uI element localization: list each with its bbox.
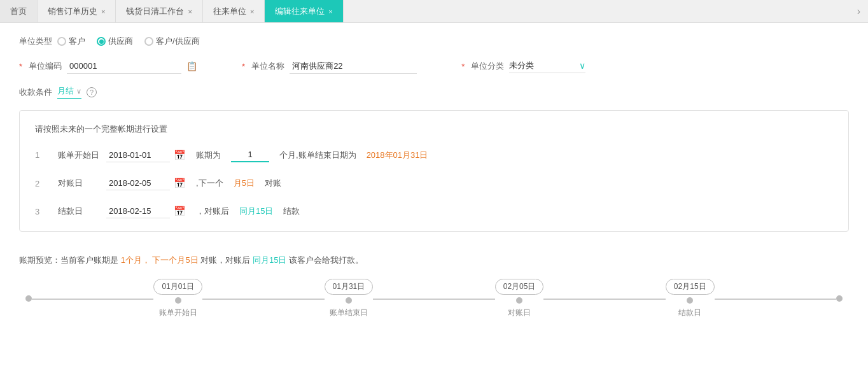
payment-condition-arrow[interactable]: ∨ — [76, 87, 81, 95]
timeline-right-dot — [836, 295, 843, 302]
tab-edit-partner-unit-close[interactable]: × — [328, 8, 332, 15]
tab-cash-work-station-label: 钱货日清工作台 — [126, 6, 184, 17]
tl-line-1 — [32, 299, 153, 300]
tl-node-3-dot — [516, 297, 522, 304]
unit-name-input[interactable] — [290, 59, 417, 74]
setting-row-2-label: 对账日 — [58, 178, 96, 189]
payment-date-group: 📅 — [106, 204, 186, 218]
tab-partner-unit-close[interactable]: × — [250, 8, 254, 15]
setting-row-3: 3 结款日 📅 ，对账后 同月15日 结款 — [35, 204, 833, 218]
preview-part3: 对账，对账后 — [200, 255, 250, 265]
tab-partner-unit[interactable]: 往来单位 × — [203, 0, 265, 22]
unit-category-label: 单位分类 — [471, 60, 504, 72]
payment-date-cal-icon[interactable]: 📅 — [174, 206, 186, 217]
payment-date-input[interactable] — [106, 204, 170, 218]
tab-partner-unit-label: 往来单位 — [213, 6, 246, 17]
radio-supplier-label: 供应商 — [108, 36, 133, 47]
unit-name-label: 单位名称 — [251, 60, 284, 72]
preview-text: 账期预览：当前客户账期是 1个月， 下一个月5日 对账，对账后 同月15日 该客… — [19, 255, 849, 266]
tl-node-4-caption: 结款日 — [678, 307, 701, 318]
radio-supplier[interactable]: 供应商 — [97, 36, 133, 47]
tab-sales-order-history[interactable]: 销售订单历史 × — [38, 0, 116, 22]
unit-category-select[interactable]: 未分类 ∨ — [509, 60, 585, 73]
start-date-group: 📅 — [106, 148, 186, 162]
start-date-input[interactable] — [106, 148, 170, 162]
unit-category-dropdown-arrow[interactable]: ∨ — [579, 60, 585, 71]
radio-customer-supplier[interactable]: 客户/供应商 — [144, 36, 200, 47]
timeline-left-dot — [25, 295, 32, 302]
tl-node-1-caption: 账单开始日 — [159, 307, 197, 318]
settings-title: 请按照未来的一个完整帐期进行设置 — [35, 123, 833, 135]
unit-category-value: 未分类 — [509, 60, 575, 71]
preview-part1: 1个月， — [121, 255, 150, 265]
tab-edit-partner-unit[interactable]: 编辑往来单位 × — [265, 0, 343, 22]
unit-category-required: * — [461, 62, 465, 71]
radio-customer-circle — [57, 37, 66, 46]
tl-line-5 — [715, 299, 836, 300]
payment-condition-select[interactable]: 月结 ∨ — [57, 85, 81, 99]
unit-code-label: 单位编码 — [29, 60, 62, 72]
tl-node-4-pill: 02月15日 — [666, 279, 715, 295]
payment-condition-row: 收款条件 月结 ∨ ? — [19, 85, 849, 99]
reconcile-date-input[interactable] — [106, 176, 170, 190]
preview-part4: 同月15日 — [253, 255, 286, 265]
tl-start-dot — [25, 295, 32, 302]
radio-customer-label: 客户 — [69, 36, 85, 47]
reconcile-date-cal-icon[interactable]: 📅 — [174, 178, 186, 189]
tl-node-2-caption: 账单结束日 — [330, 307, 368, 318]
radio-customer-supplier-label: 客户/供应商 — [156, 36, 200, 47]
setting-row-1: 1 账单开始日 📅 账期为 个月,账单结束日期为 2018年01月31日 — [35, 148, 833, 162]
preview-label: 账期预览：当前客户账期是 — [19, 255, 118, 265]
unit-name-required: * — [242, 62, 245, 71]
tl-node-4-dot — [687, 297, 693, 304]
tl-line-4 — [543, 299, 665, 300]
payment-prefix: ，对账后 — [196, 206, 229, 217]
tl-node-1: 01月01日 账单开始日 — [153, 279, 202, 318]
tab-cash-work-station[interactable]: 钱货日清工作台 × — [116, 0, 202, 22]
reconcile-suffix: 对账 — [265, 178, 281, 189]
unit-code-field: * 单位编码 📋 — [19, 59, 197, 74]
radio-customer[interactable]: 客户 — [57, 36, 85, 47]
payment-suffix: 结款 — [283, 206, 300, 217]
period-suffix: 个月,账单结束日期为 — [279, 150, 356, 161]
period-input[interactable] — [231, 148, 269, 162]
tl-node-1-pill: 01月01日 — [153, 279, 202, 295]
tl-node-4: 02月15日 结款日 — [666, 279, 715, 318]
tl-node-3-caption: 对账日 — [508, 307, 531, 318]
end-date-highlight: 2018年01月31日 — [367, 150, 428, 161]
tab-bar: 首页 销售订单历史 × 钱货日清工作台 × 往来单位 × 编辑往来单位 × › — [0, 0, 868, 23]
preview-part5: 该客户会给我打款。 — [289, 255, 363, 265]
start-date-cal-icon[interactable]: 📅 — [174, 150, 186, 161]
payment-condition-value: 月结 — [57, 85, 74, 97]
unit-type-row: 单位类型 客户 供应商 客户/供应商 — [19, 36, 849, 47]
unit-name-field: * 单位名称 — [242, 59, 417, 74]
upload-icon[interactable]: 📋 — [186, 61, 197, 71]
tl-node-2: 01月31日 账单结束日 — [325, 279, 374, 318]
tab-expand-button[interactable]: › — [850, 6, 868, 17]
tl-node-2-pill: 01月31日 — [325, 279, 374, 295]
unit-info-row: * 单位编码 📋 * 单位名称 * 单位分类 未分类 ∨ — [19, 59, 849, 74]
settings-box: 请按照未来的一个完整帐期进行设置 1 账单开始日 📅 账期为 个月,账单结束日期… — [19, 110, 849, 232]
unit-type-radio-group: 客户 供应商 客户/供应商 — [57, 36, 200, 47]
payment-condition-help[interactable]: ? — [87, 87, 97, 97]
tl-line-3 — [373, 299, 494, 300]
tab-sales-order-history-close[interactable]: × — [101, 8, 105, 15]
tl-node-2-dot — [346, 297, 352, 304]
setting-row-1-num: 1 — [35, 150, 48, 160]
tab-cash-work-station-close[interactable]: × — [188, 8, 192, 15]
setting-row-1-label: 账单开始日 — [58, 150, 96, 161]
preview-part2: 下一个月5日 — [152, 255, 198, 265]
setting-row-2-num: 2 — [35, 179, 48, 188]
radio-supplier-circle — [97, 37, 106, 46]
reconcile-day-highlight: 月5日 — [234, 178, 255, 189]
period-prefix: 账期为 — [196, 150, 221, 161]
tab-home[interactable]: 首页 — [0, 0, 38, 22]
tl-node-3-pill: 02月05日 — [495, 279, 544, 295]
unit-code-input[interactable] — [67, 59, 181, 74]
setting-row-2: 2 对账日 📅 ,下一个 月5日 对账 — [35, 176, 833, 190]
unit-code-required: * — [19, 62, 22, 71]
payment-condition-field: 收款条件 月结 ∨ ? — [19, 85, 97, 99]
reconcile-date-group: 📅 — [106, 176, 186, 190]
tl-node-1-dot — [175, 297, 181, 304]
preview-section: 账期预览：当前客户账期是 1个月， 下一个月5日 对账，对账后 同月15日 该客… — [19, 244, 849, 318]
